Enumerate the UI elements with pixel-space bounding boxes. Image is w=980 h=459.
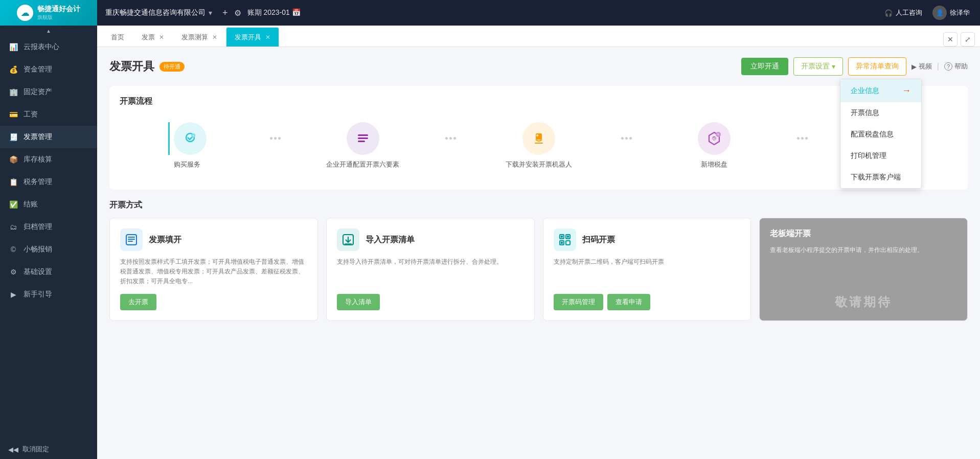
sidebar-item-fund[interactable]: 💰 资金管理 <box>0 58 97 81</box>
sidebar-item-assets[interactable]: 🏢 固定资产 <box>0 81 97 103</box>
sidebar-item-label: 发票管理 <box>24 132 52 142</box>
sidebar-item-label: 归档管理 <box>24 222 52 232</box>
tab-invoice-calc-close[interactable]: ✕ <box>212 34 217 41</box>
tab-close-btn[interactable]: ✕ <box>943 32 958 47</box>
add-button[interactable]: + <box>222 8 228 18</box>
dropdown-tax-config[interactable]: 配置税盘信息 <box>840 124 921 145</box>
fill-invoice-title: 发票填开 <box>149 235 181 245</box>
qr-manage-button[interactable]: 开票码管理 <box>554 294 603 310</box>
svg-rect-3 <box>358 134 368 136</box>
top-bar-center: 重庆畅捷交通信息咨询有限公司 ▾ + ⚙ 账期 2023-01 📅 <box>97 0 884 26</box>
flow-step-buy: + 购买服务 <box>120 122 255 169</box>
tab-invoice-close[interactable]: ✕ <box>159 34 164 41</box>
settings-arrow-icon: ▾ <box>832 62 835 71</box>
import-list-header: 导入开票清单 <box>337 228 524 251</box>
page-header: 发票开具 待开通 立即开通 开票设置 ▾ 异常清单查询 ▶ 视频 | <box>109 57 968 76</box>
sidebar-item-label: 云报表中心 <box>24 42 59 52</box>
sidebar-item-label: 库存核算 <box>24 155 52 164</box>
sidebar-item-label: 小畅报销 <box>24 245 52 254</box>
boss-invoice-title: 老板端开票 <box>770 228 811 239</box>
sidebar-item-tax[interactable]: 📋 税务管理 <box>0 171 97 193</box>
settings-icon: ⚙ <box>8 267 18 277</box>
view-apply-button[interactable]: 查看申请 <box>607 294 650 310</box>
boss-invoice-overlay: 敬请期待 <box>770 294 957 310</box>
activate-button[interactable]: 立即开通 <box>741 58 788 75</box>
sidebar-cancel-pin[interactable]: ◀◀ 取消固定 <box>0 440 97 459</box>
sidebar-item-guide[interactable]: ▶ 新手引导 <box>0 283 97 306</box>
tab-invoice-issue[interactable]: 发票开具 ✕ <box>226 27 279 47</box>
tab-home[interactable]: 首页 <box>102 27 133 47</box>
company-selector[interactable]: 重庆畅捷交通信息咨询有限公司 ▾ <box>105 8 212 17</box>
flow-section-title: 开票流程 <box>120 96 958 107</box>
dropdown-invoice-info[interactable]: 开票信息 <box>840 102 921 124</box>
page-content: 发票开具 待开通 立即开通 开票设置 ▾ 异常清单查询 ▶ 视频 | <box>97 47 980 459</box>
import-button[interactable]: 导入清单 <box>337 294 380 310</box>
help-button[interactable]: ? 帮助 <box>944 62 968 71</box>
separator: | <box>937 62 939 71</box>
top-bar-right: 🎧 人工咨询 👤 徐泽华 <box>884 6 980 20</box>
sidebar-scroll-up[interactable]: ▲ <box>0 26 97 36</box>
settlement-icon: ✅ <box>8 199 18 210</box>
sidebar-item-invoice[interactable]: 🧾 发票管理 <box>0 126 97 148</box>
service-button[interactable]: 🎧 人工咨询 <box>884 8 922 17</box>
sidebar-item-archive[interactable]: 🗂 归档管理 <box>0 216 97 238</box>
video-icon: ▶ <box>911 63 917 71</box>
step-buy-label: 购买服务 <box>174 160 200 169</box>
status-badge: 待开通 <box>159 62 185 72</box>
sidebar-item-cloud-report[interactable]: 📊 云报表中心 <box>0 36 97 58</box>
svg-rect-8 <box>535 143 543 144</box>
svg-rect-19 <box>128 237 135 238</box>
method-boss-invoice: 老板端开票 查看老板端小程序提交的开票申请，并作出相应的处理。 敬请期待 <box>759 218 968 321</box>
sidebar-item-inventory[interactable]: 📦 库存核算 <box>0 148 97 171</box>
flow-step-download: 下载并安装开票机器人 <box>471 122 606 169</box>
dropdown-printer[interactable]: 打印机管理 <box>840 145 921 167</box>
scan-invoice-title: 扫码开票 <box>582 235 615 245</box>
svg-rect-6 <box>536 133 542 140</box>
scan-invoice-desc: 支持定制开票二维码，客户端可扫码开票 <box>554 257 741 287</box>
company-name: 重庆畅捷交通信息咨询有限公司 <box>105 8 206 17</box>
sidebar-item-report[interactable]: © 小畅报销 <box>0 238 97 261</box>
page-title-area: 发票开具 待开通 <box>109 59 185 74</box>
go-issue-button[interactable]: 去开票 <box>120 294 156 310</box>
exception-button[interactable]: 异常清单查询 <box>848 57 906 76</box>
app-subtitle: 旗舰版 <box>37 14 80 21</box>
tax-icon: 📋 <box>8 177 18 187</box>
svg-rect-21 <box>128 241 133 242</box>
video-button[interactable]: ▶ 视频 <box>911 62 932 71</box>
settings-icon[interactable]: ⚙ <box>234 8 241 18</box>
user-name: 徐泽华 <box>950 8 970 17</box>
step-config-label: 企业开通配置开票六要素 <box>326 160 399 169</box>
svg-rect-20 <box>128 239 135 240</box>
tab-invoice-calc[interactable]: 发票测算 ✕ <box>173 27 226 47</box>
dropdown-company-info[interactable]: 企业信息 → <box>840 79 921 102</box>
step-config-icon <box>347 122 379 155</box>
flow-step-config: 企业开通配置开票六要素 <box>295 122 430 169</box>
user-button[interactable]: 👤 徐泽华 <box>932 6 970 20</box>
tab-bar: 首页 发票 ✕ 发票测算 ✕ 发票开具 ✕ ✕ ⤢ <box>97 26 980 47</box>
sidebar-item-settings[interactable]: ⚙ 基础设置 <box>0 261 97 283</box>
sidebar-item-settlement[interactable]: ✅ 结账 <box>0 193 97 216</box>
step-connector-4 <box>782 137 822 155</box>
sidebar-item-label: 工资 <box>24 110 38 119</box>
scan-invoice-actions: 开票码管理 查看申请 <box>554 294 741 310</box>
tab-home-label: 首页 <box>111 33 124 42</box>
dropdown-download-client[interactable]: 下载开票客户端 <box>840 167 921 188</box>
content-area: 首页 发票 ✕ 发票测算 ✕ 发票开具 ✕ ✕ ⤢ <box>97 26 980 459</box>
step-connector-1 <box>255 137 295 155</box>
step-disk-label: 新增税盘 <box>701 160 727 169</box>
invoice-icon: 🧾 <box>8 132 18 142</box>
fill-invoice-desc: 支持按照发票样式手工填开发票；可开具增值税电子普通发票、增值税普通发票、增值税专… <box>120 257 307 287</box>
sidebar-item-payroll[interactable]: 💳 工资 <box>0 103 97 126</box>
tab-invoice-issue-close[interactable]: ✕ <box>265 34 270 41</box>
inventory-icon: 📦 <box>8 154 18 165</box>
fill-invoice-actions: 去开票 <box>120 294 307 310</box>
method-scan-invoice: 扫码开票 支持定制开票二维码，客户端可扫码开票 开票码管理 查看申请 <box>543 218 751 321</box>
avatar: 👤 <box>932 6 947 20</box>
step-connector-3 <box>606 137 647 155</box>
printer-label: 打印机管理 <box>851 151 886 160</box>
tab-invoice[interactable]: 发票 ✕ <box>133 27 173 47</box>
settings-button[interactable]: 开票设置 ▾ <box>793 57 843 76</box>
tab-expand-btn[interactable]: ⤢ <box>961 32 975 47</box>
svg-rect-4 <box>358 137 368 139</box>
methods-grid: 发票填开 支持按照发票样式手工填开发票；可开具增值税电子普通发票、增值税普通发票… <box>109 218 968 321</box>
